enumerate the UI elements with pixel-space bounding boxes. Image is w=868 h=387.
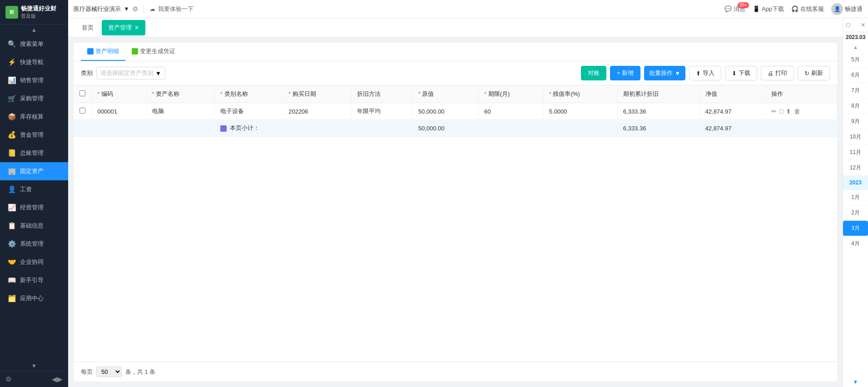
month-item-9[interactable]: 9月 (843, 114, 868, 129)
message-badge: 99+ (738, 2, 749, 8)
category-select[interactable]: 请选择固定资产类别 ▼ (96, 67, 165, 79)
month-item-7[interactable]: 7月 (843, 83, 868, 99)
tab-bar: 首页 资产管理 ✕ (68, 18, 843, 37)
month-item-1[interactable]: 1月 (843, 190, 868, 205)
sidebar-item-purchase[interactable]: 🛒 采购管理 (0, 89, 68, 108)
avatar: 👤 (831, 3, 843, 15)
sidebar-item-quick-nav[interactable]: ⚡ 快捷导航 (0, 53, 68, 71)
sub-tab-voucher-gen[interactable]: 变更生成凭证 (125, 43, 182, 61)
month-item-6[interactable]: 6月 (843, 68, 868, 83)
cooperation-icon: 🤝 (7, 258, 16, 266)
panel-scroll-up[interactable]: ▲ (843, 42, 868, 52)
month-item-year-2023[interactable]: 2023 (843, 176, 868, 190)
month-list: 5月 6月 7月 8月 9月 10月 11月 12月 2023 1月 2月 3月… (843, 52, 868, 377)
online-service-button[interactable]: 🎧 在线客服 (791, 5, 824, 13)
sub-tab-asset-detail[interactable]: 资产明细 (81, 43, 125, 61)
sidebar-item-inventory[interactable]: 📦 库存核算 (0, 108, 68, 126)
header-purchase-date: 购买日期 (283, 85, 351, 103)
company-selector[interactable]: 医疗器械行业演示 ▼ ⚙ (74, 5, 138, 13)
sidebar-collapse-button[interactable]: ◀▶ (52, 375, 63, 383)
header-period: 期限(月) (479, 85, 544, 103)
sidebar-item-fixed-assets[interactable]: 🏢 固定资产 (0, 162, 68, 180)
refresh-icon: ↻ (804, 70, 809, 77)
row-checkbox-cell (74, 103, 92, 120)
month-item-2[interactable]: 2月 (843, 205, 868, 221)
per-page-label: 每页 (81, 368, 93, 376)
month-item-5[interactable]: 5月 (843, 52, 868, 68)
ledger-icon: 📒 (7, 149, 16, 157)
header-net-value: 净值 (699, 85, 765, 103)
sidebar-item-finance[interactable]: 💰 资金管理 (0, 126, 68, 144)
settings-icon[interactable]: ⚙ (5, 375, 11, 383)
refresh-button[interactable]: ↻ 刷新 (798, 66, 830, 80)
subtotal-empty-5 (479, 120, 544, 137)
copy-icon[interactable]: □ (779, 108, 783, 115)
sidebar-item-cooperation[interactable]: 🤝 企业协同 (0, 253, 68, 271)
row-code: 000001 (92, 103, 146, 120)
delete-icon[interactable]: 🗑 (794, 108, 800, 115)
sidebar-item-ledger[interactable]: 📒 总账管理 (0, 144, 68, 162)
batch-dropdown-icon: ▼ (675, 70, 680, 77)
reconcile-button[interactable]: 对账 (581, 66, 606, 80)
message-button[interactable]: 💬 消息 99+ (724, 5, 745, 13)
row-accumulated-depreciation: 6,333.36 (617, 103, 699, 120)
month-item-3-current[interactable]: 3月 (843, 221, 868, 236)
sidebar-item-system[interactable]: ⚙️ 系统管理 (0, 235, 68, 253)
panel-expand-icon[interactable]: ⬡ (846, 22, 850, 28)
panel-scroll-down[interactable]: ▼ (843, 377, 868, 387)
sidebar-item-sales[interactable]: 📊 销售管理 (0, 71, 68, 89)
tab-home[interactable]: 首页 (75, 20, 100, 35)
sidebar-item-payroll[interactable]: 👤 工资 (0, 180, 68, 198)
month-item-10[interactable]: 10月 (843, 129, 868, 145)
logo-text: 畅捷通好业财 (21, 5, 56, 13)
operations-icon: 📈 (7, 203, 16, 212)
right-panel-close-icon[interactable]: ✕ (861, 22, 865, 28)
batch-ops-button[interactable]: 批量操作 ▼ (644, 66, 685, 80)
system-icon: ⚙️ (7, 240, 16, 248)
sidebar-item-basic-info[interactable]: 📋 基础信息 (0, 217, 68, 235)
row-actions: ✏ □ ⬆ 🗑 (765, 103, 837, 120)
dropdown-chevron-icon: ▼ (155, 70, 161, 77)
month-item-4[interactable]: 4月 (843, 236, 868, 252)
row-residual-rate: 5.0000 (543, 103, 617, 120)
month-item-11[interactable]: 11月 (843, 145, 868, 160)
sub-tabs: 资产明细 变更生成凭证 (74, 43, 837, 61)
search-icon: 🔍 (7, 40, 16, 48)
mobile-icon: 📱 (753, 5, 760, 12)
new-button[interactable]: + 新增 (610, 66, 640, 80)
sidebar-item-app-center[interactable]: 🗂️ 应用中心 (0, 289, 68, 308)
app-download-button[interactable]: 📱 App下载 (753, 5, 784, 13)
app-center-icon: 🗂️ (7, 294, 16, 303)
move-icon[interactable]: ⬆ (786, 108, 791, 115)
pagination-bar: 每页 50 100 条，共 1 条 (74, 362, 837, 382)
subtotal-icon (220, 125, 227, 132)
import-button[interactable]: ⬆ 导入 (689, 66, 721, 80)
per-page-select[interactable]: 50 100 (96, 367, 122, 377)
row-category: 电子设备 (214, 103, 283, 120)
sidebar-scroll-up[interactable]: ▲ (0, 25, 68, 35)
print-button[interactable]: 🖨 打印 (761, 66, 794, 80)
month-item-12[interactable]: 12月 (843, 160, 868, 176)
table-header-row: 编码 资产名称 类别名称 购买日期 折旧方法 原值 期限(月) 残值率(%) 期… (74, 85, 837, 103)
tab-asset-management[interactable]: 资产管理 ✕ (102, 20, 145, 35)
select-all-checkbox[interactable] (79, 90, 85, 96)
settings-gear-icon[interactable]: ⚙ (132, 5, 138, 13)
month-item-8[interactable]: 8月 (843, 99, 868, 114)
sidebar-item-operations[interactable]: 📈 经营管理 (0, 198, 68, 217)
download-button[interactable]: ⬇ 下载 (725, 66, 757, 80)
topbar-divider (144, 5, 144, 14)
sidebar-scroll-down[interactable]: ▼ (0, 361, 68, 371)
row-checkbox[interactable] (79, 108, 85, 114)
experience-link[interactable]: ☁ 我要体验一下 (149, 5, 193, 13)
edit-icon[interactable]: ✏ (771, 108, 777, 115)
sidebar-item-search[interactable]: 🔍 搜索菜单 (0, 35, 68, 53)
sidebar-item-guide[interactable]: 📖 新手引导 (0, 271, 68, 289)
subtotal-empty-3 (146, 120, 214, 137)
row-period: 60 (479, 103, 544, 120)
header-accumulated-depreciation: 期初累计折旧 (617, 85, 699, 103)
user-menu[interactable]: 👤 畅捷通 (831, 3, 863, 15)
subtotal-original-value: 50,000.00 (412, 120, 478, 137)
row-original-value: 50,000.00 (412, 103, 478, 120)
sidebar-logo: 财 畅捷通好业财 普及版 (0, 0, 68, 25)
tab-close-icon[interactable]: ✕ (134, 25, 139, 31)
